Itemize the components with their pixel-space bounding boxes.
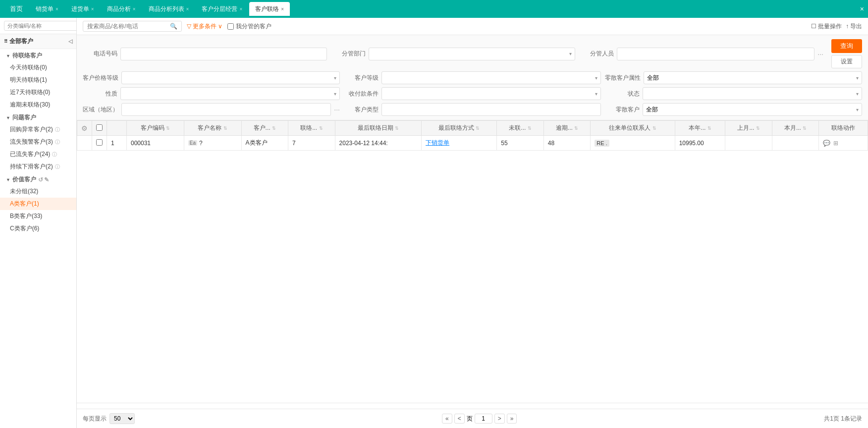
col-overdue-header[interactable]: 逾期... ⇅ xyxy=(543,121,591,136)
col-category-header[interactable]: 客户... ⇅ xyxy=(241,121,288,136)
expand-triangle-2: ▼ xyxy=(6,115,10,120)
col-contact-header[interactable]: 联络... ⇅ xyxy=(288,121,335,136)
filter-icon: ▽ xyxy=(187,23,191,30)
sidebar-item-b-class[interactable]: B类客户(33) xyxy=(0,210,76,222)
sidebar-item-declining[interactable]: 持续下滑客户(2) ⓘ xyxy=(0,160,76,173)
per-page-select[interactable]: 50 100 200 xyxy=(109,413,135,424)
my-customer-check[interactable] xyxy=(227,23,234,30)
col-code-header[interactable]: 客户编码 ⇅ xyxy=(127,121,184,136)
sidebar-item-a-class[interactable]: A类客户(1) xyxy=(0,198,76,210)
close-product-analysis-tab[interactable]: × xyxy=(133,6,136,12)
last-method-link[interactable]: 下销货单 xyxy=(426,139,449,146)
filter-status-label: 状态 xyxy=(605,90,640,98)
expand-triangle: ▼ xyxy=(6,54,10,58)
filter-customer-type-input[interactable] xyxy=(381,103,601,116)
col-action-header: 联络动作 xyxy=(819,121,868,136)
close-purchase-tab[interactable]: × xyxy=(91,6,94,12)
sidebar-item-tomorrow[interactable]: 明天待联络(1) xyxy=(0,74,76,86)
sidebar-search-input[interactable] xyxy=(4,21,77,31)
filter-customer-level-select[interactable]: ▾ xyxy=(381,71,601,84)
nav-tab-sales[interactable]: 销货单 × xyxy=(30,2,64,16)
all-customers-header[interactable]: ⠿ 全部客户 ◁ xyxy=(0,34,76,49)
sidebar-item-churn-warning[interactable]: 流失预警客户(3) ⓘ xyxy=(0,136,76,148)
close-product-list-tab[interactable]: × xyxy=(186,6,189,12)
nav-home[interactable]: 首页 xyxy=(4,2,29,16)
row-check[interactable] xyxy=(96,139,103,146)
edit-icon[interactable]: ✎ xyxy=(44,176,49,183)
col-gear[interactable]: ⚙ xyxy=(77,121,92,136)
filter-nature-select[interactable]: ▾ xyxy=(120,87,340,100)
export-icon: ↑ xyxy=(846,23,849,30)
dots-icon-region[interactable]: ··· xyxy=(334,106,340,113)
nav-tab-product-list[interactable]: 商品分析列表 × xyxy=(143,2,195,16)
col-this-month-header[interactable]: 本月... ⇅ xyxy=(772,121,819,136)
horizontal-scrollbar[interactable] xyxy=(77,403,868,409)
sidebar-item-overdue[interactable]: 逾期未联络(30) xyxy=(0,99,76,111)
close-sales-tab[interactable]: × xyxy=(55,6,58,12)
sidebar-item-7days[interactable]: 近7天待联络(0) xyxy=(0,86,76,99)
chat-icon[interactable]: 💬 xyxy=(823,140,830,147)
window-close-button[interactable]: × xyxy=(860,5,864,13)
search-icon-main[interactable]: 🔍 xyxy=(170,23,177,30)
col-seq-header xyxy=(107,121,127,136)
row-checkbox[interactable] xyxy=(92,136,107,151)
row-last-method[interactable]: 下销货单 xyxy=(422,136,497,151)
dots-icon-person[interactable]: ··· xyxy=(817,50,823,58)
filter-payment-select[interactable]: ▾ xyxy=(381,87,601,100)
batch-operation-button[interactable]: ☐ 批量操作 xyxy=(811,22,842,31)
next-page-button[interactable]: > xyxy=(494,414,505,424)
filter-status-select[interactable]: ▾ xyxy=(643,87,862,100)
last-page-button[interactable]: » xyxy=(507,414,517,424)
filter-person-input[interactable] xyxy=(617,48,814,60)
nav-tab-purchase[interactable]: 进货单 × xyxy=(65,2,100,16)
chevron-down-icon-dept: ▾ xyxy=(569,51,572,56)
sidebar-item-ungraded[interactable]: 未分组(32) xyxy=(0,185,76,198)
batch-icon: ☐ xyxy=(811,23,816,30)
filter-retail-attr-select[interactable]: 全部 ▾ xyxy=(644,71,862,84)
close-customer-contact-tab[interactable]: × xyxy=(281,6,284,12)
page-number-input[interactable] xyxy=(475,414,492,424)
sidebar-item-abnormal[interactable]: 回购异常客户(2) ⓘ xyxy=(0,123,76,136)
col-no-contact-header[interactable]: 未联... ⇅ xyxy=(497,121,544,136)
filter-phone-input[interactable] xyxy=(120,48,327,60)
col-contacts-header[interactable]: 往来单位联系人 ⇅ xyxy=(591,121,675,136)
row-gear xyxy=(77,136,92,151)
my-customer-checkbox[interactable]: 我分管的客户 xyxy=(227,22,271,31)
nav-tab-product-analysis[interactable]: 商品分析 × xyxy=(101,2,142,16)
prev-page-button[interactable]: < xyxy=(454,414,465,424)
filter-dept-select[interactable]: ▾ xyxy=(369,48,575,60)
col-last-method-header[interactable]: 最后联络方式 ⇅ xyxy=(422,121,497,136)
col-last-date-header[interactable]: 最后联络日期 ⇅ xyxy=(335,121,422,136)
customer-table: ⚙ 客户编码 ⇅ 客户名称 ⇅ xyxy=(77,120,868,151)
refresh-icon[interactable]: ↺ xyxy=(38,176,43,183)
row-no-contact: 55 xyxy=(497,136,544,151)
col-name-header[interactable]: 客户名称 ⇅ xyxy=(184,121,241,136)
query-button[interactable]: 查询 xyxy=(831,39,862,53)
section-problem[interactable]: ▼ 问题客户 xyxy=(0,111,76,123)
chevron-down-icon-payment: ▾ xyxy=(595,91,597,97)
sidebar-item-today[interactable]: 今天待联络(0) xyxy=(0,61,76,74)
filter-retail-customer-select[interactable]: 全部 ▾ xyxy=(643,103,862,116)
gear-icon[interactable]: ⚙ xyxy=(81,124,88,132)
fold-icon[interactable]: ◁ xyxy=(68,38,72,45)
setting-button[interactable]: 设置 xyxy=(831,55,862,68)
section-pending[interactable]: ▼ 待联络客户 xyxy=(0,49,76,61)
col-last-month-header[interactable]: 上月... ⇅ xyxy=(725,121,772,136)
qr-icon[interactable]: ⊞ xyxy=(833,140,838,147)
more-filter-button[interactable]: ▽ 更多条件 ∨ xyxy=(187,22,222,31)
sidebar-item-churned[interactable]: 已流失客户(24) ⓘ xyxy=(0,148,76,160)
col-this-year-header[interactable]: 本年... ⇅ xyxy=(675,121,725,136)
export-button[interactable]: ↑ 导出 xyxy=(846,22,862,31)
filter-price-select[interactable]: ▾ xyxy=(121,71,340,84)
section-value[interactable]: ▼ 价值客户 ↺ ✎ xyxy=(0,173,76,185)
col-checkbox-header[interactable] xyxy=(92,121,107,136)
main-search-input[interactable] xyxy=(87,23,168,30)
search-box: 🔍 xyxy=(83,21,182,32)
select-all-checkbox[interactable] xyxy=(96,124,103,131)
close-customer-segment-tab[interactable]: × xyxy=(239,6,242,12)
first-page-button[interactable]: « xyxy=(442,414,452,424)
sidebar-item-c-class[interactable]: C类客户(6) xyxy=(0,222,76,235)
nav-tab-customer-contact[interactable]: 客户联络 × xyxy=(249,2,290,16)
filter-region-input[interactable] xyxy=(121,103,331,116)
nav-tab-customer-segment[interactable]: 客户分层经营 × xyxy=(196,2,248,16)
